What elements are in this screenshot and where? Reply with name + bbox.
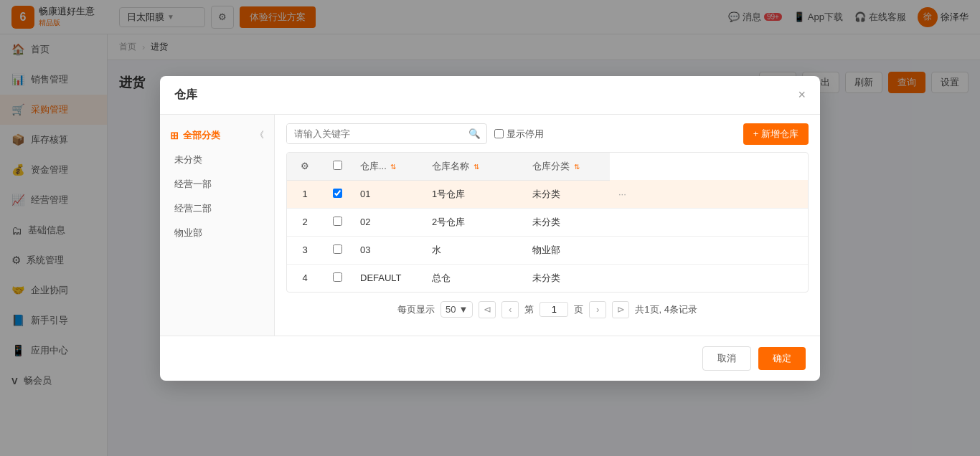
row-index: 2 — [287, 208, 323, 236]
category-item-ops2[interactable]: 经营二部 — [160, 196, 274, 221]
row-category: 物业部 — [524, 236, 610, 264]
col-cat-header[interactable]: 仓库分类 ⇅ — [524, 153, 610, 181]
row-name: 2号仓库 — [423, 208, 524, 236]
table-row[interactable]: 3 03 水 物业部 — [287, 236, 808, 264]
collapse-button[interactable]: 《 — [255, 129, 264, 141]
row-checkbox-cell[interactable] — [323, 264, 352, 292]
pagination: 每页显示 50 ▼ ⊲ ‹ 第 页 › ⊳ 共1页, 4条记录 — [286, 293, 809, 327]
row-checkbox[interactable] — [333, 244, 342, 254]
row-name: 水 — [423, 236, 524, 264]
show-disabled-label: 显示停用 — [507, 128, 544, 141]
row-checkbox[interactable] — [333, 217, 342, 226]
all-category-label: 全部分类 — [183, 129, 220, 142]
show-disabled-checkbox[interactable]: 显示停用 — [494, 128, 544, 141]
total-info: 共1页, 4条记录 — [635, 303, 697, 316]
table-row[interactable]: 1 01 1号仓库 未分类 ··· — [287, 180, 808, 208]
row-category: 未分类 — [524, 264, 610, 292]
col-name-header[interactable]: 仓库名称 ⇅ — [423, 153, 524, 181]
page-unit: 页 — [574, 303, 583, 316]
page-first-button[interactable]: ⊲ — [479, 301, 496, 318]
page-prev-button[interactable]: ‹ — [501, 301, 519, 318]
sort-name-icon: ⇅ — [473, 163, 479, 171]
per-page-select[interactable]: 50 ▼ — [440, 301, 473, 318]
row-checkbox-cell[interactable] — [323, 236, 352, 264]
col-code-header[interactable]: 仓库... ⇅ — [352, 153, 423, 181]
modal-footer: 取消 确定 — [160, 336, 820, 381]
cancel-button[interactable]: 取消 — [702, 346, 751, 371]
row-category: 未分类 — [524, 208, 610, 236]
category-item-property[interactable]: 物业部 — [160, 221, 274, 245]
modal-toolbar: 🔍 显示停用 + 新增仓库 — [286, 123, 809, 145]
row-code: 01 — [352, 180, 423, 208]
row-name: 1号仓库 — [423, 180, 524, 208]
row-name: 总仓 — [423, 264, 524, 292]
per-page-label: 每页显示 — [397, 303, 435, 316]
page-label: 第 — [524, 303, 534, 316]
search-box: 🔍 — [286, 123, 487, 144]
select-all-checkbox[interactable] — [333, 161, 342, 170]
category-item-unclassified[interactable]: 未分类 — [160, 148, 274, 172]
row-checkbox-cell[interactable] — [323, 180, 352, 208]
page-number-input[interactable] — [540, 302, 568, 317]
warehouse-table: ⚙ 仓库... ⇅ 仓库名称 ⇅ — [286, 152, 809, 293]
row-code: DEFAULT — [352, 264, 423, 292]
category-all-header[interactable]: ⊞ 全部分类 《 — [160, 123, 274, 148]
modal-overlay: 仓库 × ⊞ 全部分类 《 未分类 经营一部 经营二部 — [0, 0, 980, 456]
col-check-header[interactable] — [323, 153, 352, 181]
row-category: 未分类 — [524, 180, 610, 208]
table-header-row: ⚙ 仓库... ⇅ 仓库名称 ⇅ — [287, 153, 808, 181]
row-checkbox[interactable] — [333, 189, 342, 198]
row-index: 1 — [287, 180, 323, 208]
row-index: 3 — [287, 236, 323, 264]
page-next-button[interactable]: › — [589, 301, 606, 318]
show-disabled-input[interactable] — [494, 129, 504, 138]
row-code: 03 — [352, 236, 423, 264]
modal-close-button[interactable]: × — [798, 88, 806, 101]
row-checkbox[interactable] — [333, 272, 342, 282]
sort-code-icon: ⇅ — [390, 163, 396, 171]
modal-header: 仓库 × — [160, 76, 820, 115]
new-warehouse-button[interactable]: + 新增仓库 — [743, 123, 809, 145]
search-button[interactable]: 🔍 — [463, 124, 486, 143]
table-row[interactable]: 2 02 2号仓库 未分类 — [287, 208, 808, 236]
row-action[interactable]: ··· — [610, 180, 808, 208]
row-code: 02 — [352, 208, 423, 236]
category-item-ops1[interactable]: 经营一部 — [160, 172, 274, 196]
warehouse-modal: 仓库 × ⊞ 全部分类 《 未分类 经营一部 经营二部 — [160, 76, 820, 381]
category-sidebar: ⊞ 全部分类 《 未分类 经营一部 经营二部 物业部 — [160, 115, 275, 336]
confirm-button[interactable]: 确定 — [758, 347, 806, 370]
table-row[interactable]: 4 DEFAULT 总仓 未分类 — [287, 264, 808, 292]
col-settings-header[interactable]: ⚙ — [287, 153, 323, 181]
modal-main: 🔍 显示停用 + 新增仓库 ⚙ — [275, 115, 820, 336]
grid-icon: ⊞ — [170, 130, 179, 141]
row-index: 4 — [287, 264, 323, 292]
search-input[interactable] — [287, 124, 463, 143]
modal-title: 仓库 — [174, 87, 197, 103]
per-page-value: 50 — [446, 304, 456, 315]
page-last-button[interactable]: ⊳ — [612, 301, 629, 318]
per-page-chevron: ▼ — [458, 304, 468, 315]
sort-cat-icon: ⇅ — [574, 163, 580, 171]
row-checkbox-cell[interactable] — [323, 208, 352, 236]
modal-body: ⊞ 全部分类 《 未分类 经营一部 经营二部 物业部 — [160, 115, 820, 336]
